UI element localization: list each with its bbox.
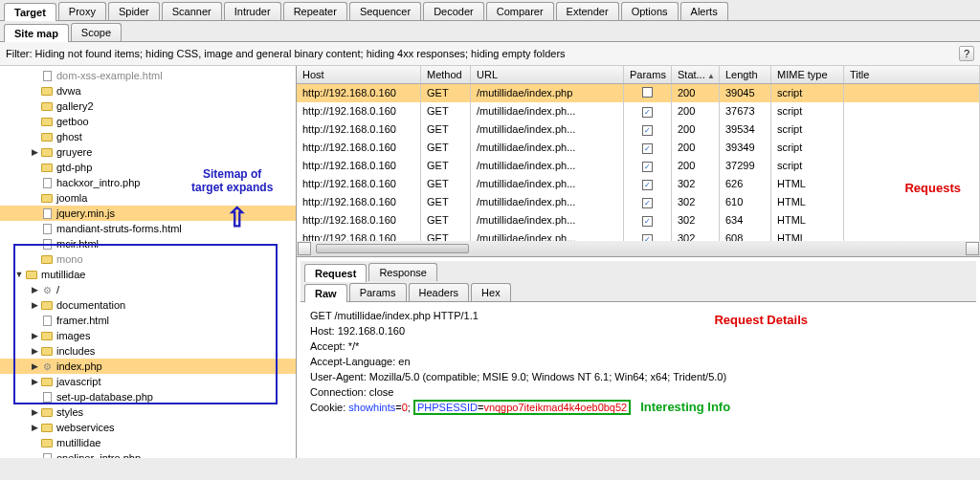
tab-intruder[interactable]: Intruder bbox=[224, 2, 281, 20]
tree-item[interactable]: ▶webservices bbox=[0, 420, 296, 435]
tree-item[interactable]: ▶styles bbox=[0, 404, 296, 420]
tab-extender[interactable]: Extender bbox=[556, 2, 619, 20]
table-cell: ✓ bbox=[624, 139, 672, 157]
tree-expander-icon[interactable]: ▶ bbox=[29, 361, 40, 371]
col-header[interactable]: Params bbox=[624, 66, 672, 83]
tree-item[interactable]: ▼mutillidae bbox=[0, 267, 296, 282]
table-row[interactable]: http://192.168.0.160GET/mutillidae/index… bbox=[297, 193, 980, 211]
table-cell: 608 bbox=[720, 229, 771, 241]
raw-tab-headers[interactable]: Headers bbox=[409, 283, 470, 301]
tree-item[interactable]: ▶mandiant-struts-forms.html bbox=[0, 221, 296, 236]
tree-item[interactable]: ▶mono bbox=[0, 251, 296, 267]
tree-item[interactable]: ▶dom-xss-example.html bbox=[0, 68, 296, 83]
tree-item[interactable]: ▶images bbox=[0, 328, 296, 343]
tree-expander-icon[interactable]: ▶ bbox=[29, 423, 40, 432]
tree-item[interactable]: ▶jquery.min.js bbox=[0, 206, 296, 221]
tree-item[interactable]: ▶javascript bbox=[0, 374, 296, 389]
table-row[interactable]: http://192.168.0.160GET/mutillidae/index… bbox=[297, 157, 980, 175]
request-body[interactable]: GET /mutillidae/index.php HTTP/1.1 Host:… bbox=[301, 302, 976, 421]
table-cell: HTML bbox=[771, 229, 844, 241]
table-cell: GET bbox=[421, 229, 471, 241]
main-tabs: TargetProxySpiderScannerIntruderRepeater… bbox=[0, 0, 980, 21]
table-cell: http://192.168.0.160 bbox=[297, 139, 421, 157]
tab-repeater[interactable]: Repeater bbox=[283, 2, 347, 20]
folder-icon bbox=[25, 269, 38, 280]
tree-item[interactable]: ▶includes bbox=[0, 343, 296, 359]
tree-expander-icon[interactable]: ▶ bbox=[29, 346, 40, 356]
tree-item[interactable]: ▶mcir.html bbox=[0, 236, 296, 251]
tree-item[interactable]: ▶oneliner_intro.php bbox=[0, 450, 296, 458]
tree-expander-icon[interactable]: ▶ bbox=[29, 331, 40, 340]
table-cell: HTML bbox=[771, 193, 844, 211]
tree-item[interactable]: ▶⚙index.php bbox=[0, 359, 296, 374]
tree-expander-icon[interactable]: ▶ bbox=[29, 377, 40, 386]
table-row[interactable]: http://192.168.0.160GET/mutillidae/index… bbox=[297, 84, 980, 102]
tab-spider[interactable]: Spider bbox=[108, 2, 160, 20]
scrollbar-thumb[interactable] bbox=[316, 244, 469, 253]
tab-target[interactable]: Target bbox=[4, 3, 56, 21]
tree-item[interactable]: ▶⚙/ bbox=[0, 282, 296, 297]
tab-sequencer[interactable]: Sequencer bbox=[349, 2, 421, 20]
tree-item[interactable]: ▶framer.html bbox=[0, 313, 296, 328]
table-cell: GET bbox=[421, 84, 471, 102]
table-row[interactable]: http://192.168.0.160GET/mutillidae/index… bbox=[297, 102, 980, 120]
tree-item[interactable]: ▶documentation bbox=[0, 297, 296, 313]
tree-item[interactable]: ▶ghost bbox=[0, 129, 296, 144]
col-header[interactable]: Method bbox=[421, 66, 471, 83]
tree-expander-icon[interactable]: ▶ bbox=[29, 285, 40, 295]
table-header[interactable]: HostMethodURLParamsStat... ▲LengthMIME t… bbox=[297, 66, 980, 84]
help-icon[interactable]: ? bbox=[959, 46, 974, 61]
table-body[interactable]: http://192.168.0.160GET/mutillidae/index… bbox=[297, 84, 980, 241]
subtab-site-map[interactable]: Site map bbox=[4, 24, 69, 42]
raw-tab-hex[interactable]: Hex bbox=[471, 283, 511, 301]
tab-decoder[interactable]: Decoder bbox=[423, 2, 484, 20]
subtab-scope[interactable]: Scope bbox=[71, 23, 122, 41]
horizontal-scrollbar[interactable] bbox=[297, 241, 980, 256]
table-cell: 200 bbox=[672, 157, 720, 175]
tree-expander-icon[interactable]: ▼ bbox=[13, 270, 25, 279]
tree-item[interactable]: ▶set-up-database.php bbox=[0, 389, 296, 404]
tree-item[interactable]: ▶mutillidae bbox=[0, 435, 296, 450]
req-line: Accept-Language: en bbox=[310, 354, 967, 369]
table-cell: 302 bbox=[672, 193, 720, 211]
tree-expander-icon[interactable]: ▶ bbox=[29, 407, 40, 417]
req-line: GET /mutillidae/index.php HTTP/1.1 bbox=[310, 308, 967, 323]
table-cell: /mutillidae/index.ph... bbox=[471, 211, 624, 229]
detail-tab-response[interactable]: Response bbox=[368, 263, 437, 281]
table-cell: 634 bbox=[720, 211, 771, 229]
col-header[interactable]: Length bbox=[720, 66, 771, 83]
col-header[interactable]: Title bbox=[844, 66, 980, 83]
raw-tab-params[interactable]: Params bbox=[349, 283, 407, 301]
tab-proxy[interactable]: Proxy bbox=[58, 2, 106, 20]
tree-item[interactable]: ▶gallery2 bbox=[0, 98, 296, 114]
table-cell: http://192.168.0.160 bbox=[297, 175, 421, 193]
col-header[interactable]: Host bbox=[297, 66, 421, 83]
table-row[interactable]: http://192.168.0.160GET/mutillidae/index… bbox=[297, 229, 980, 241]
filter-text: Filter: Hiding not found items; hiding C… bbox=[6, 48, 959, 59]
filter-bar[interactable]: Filter: Hiding not found items; hiding C… bbox=[0, 42, 980, 66]
site-tree[interactable]: ▶dom-xss-example.html▶dvwa▶gallery2▶getb… bbox=[0, 66, 296, 458]
table-cell: 39534 bbox=[720, 120, 771, 139]
tree-item[interactable]: ▶dvwa bbox=[0, 83, 296, 98]
tree-label: mutillidae bbox=[41, 269, 85, 280]
table-row[interactable]: http://192.168.0.160GET/mutillidae/index… bbox=[297, 139, 980, 157]
detail-tab-request[interactable]: Request bbox=[304, 264, 367, 282]
table-row[interactable]: http://192.168.0.160GET/mutillidae/index… bbox=[297, 120, 980, 139]
col-header[interactable]: URL bbox=[471, 66, 624, 83]
folder-icon bbox=[40, 192, 54, 204]
raw-tab-raw[interactable]: Raw bbox=[304, 284, 347, 302]
tree-item[interactable]: ▶gruyere bbox=[0, 144, 296, 160]
tree-item[interactable]: ▶getboo bbox=[0, 114, 296, 129]
table-cell: ✓ bbox=[624, 157, 672, 175]
tree-expander-icon[interactable]: ▶ bbox=[29, 300, 40, 310]
col-header[interactable]: MIME type bbox=[771, 66, 844, 83]
tree-expander-icon[interactable]: ▶ bbox=[29, 147, 40, 157]
table-row[interactable]: http://192.168.0.160GET/mutillidae/index… bbox=[297, 211, 980, 229]
tab-alerts[interactable]: Alerts bbox=[680, 2, 728, 20]
tab-scanner[interactable]: Scanner bbox=[162, 2, 222, 20]
col-header[interactable]: Stat... ▲ bbox=[672, 66, 720, 83]
tab-options[interactable]: Options bbox=[621, 2, 679, 20]
table-cell: http://192.168.0.160 bbox=[297, 157, 421, 175]
table-row[interactable]: http://192.168.0.160GET/mutillidae/index… bbox=[297, 175, 980, 193]
tab-comparer[interactable]: Comparer bbox=[486, 2, 554, 20]
